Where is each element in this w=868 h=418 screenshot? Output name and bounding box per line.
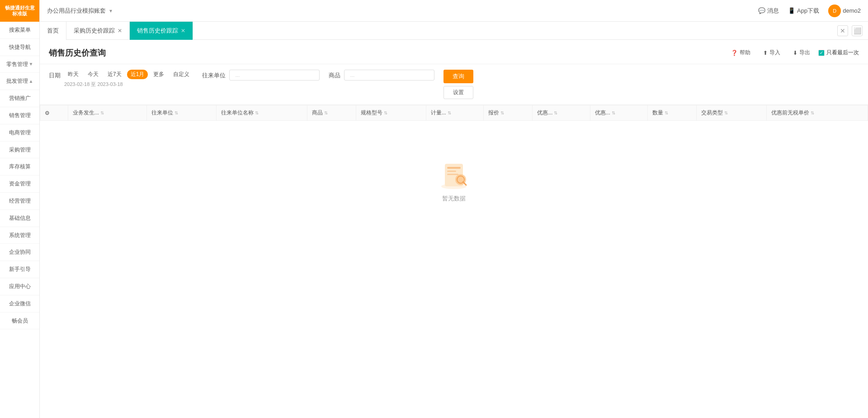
import-label: 导入 xyxy=(769,49,780,57)
message-action[interactable]: 💬 消息 xyxy=(758,7,779,15)
product-label: 商品 xyxy=(329,70,340,80)
date-7days[interactable]: 近7天 xyxy=(104,70,125,79)
product-filter-group: 商品 ... xyxy=(329,70,434,81)
product-input-dots: ... xyxy=(350,72,354,78)
avatar: D xyxy=(828,5,841,17)
sidebar-items-list: 搜索菜单快捷导航零售管理▼批发管理▲营销推广销售管理电商管理采购管理库存核算资金… xyxy=(0,22,39,329)
maximize-button[interactable]: ⬜ xyxy=(852,25,863,36)
sidebar-item-basic-info[interactable]: 基础信息 xyxy=(0,210,39,227)
sort-icon-trade-type[interactable]: ⇅ xyxy=(724,110,728,115)
col-header-spec: 规格型号⇅ xyxy=(356,105,426,121)
filter-settings-button[interactable]: 设置 xyxy=(443,86,473,99)
empty-icon xyxy=(436,157,472,195)
app-download-action[interactable]: 📱 App下载 xyxy=(788,7,819,15)
sidebar-item-marketing[interactable]: 营销推广 xyxy=(0,90,39,107)
col-label-unit: 计量... xyxy=(431,109,446,116)
col-label-partner-code: 往来单位 xyxy=(151,109,173,116)
tab-home[interactable]: 首页 xyxy=(40,22,66,40)
date-yesterday[interactable]: 昨天 xyxy=(64,70,82,79)
partner-filter-group: 往来单位 ... xyxy=(202,70,320,81)
col-label-partner-name: 往来单位名称 xyxy=(221,109,254,116)
export-icon: ⬇ xyxy=(793,50,797,56)
sidebar-item-app-center[interactable]: 应用中心 xyxy=(0,278,39,295)
sort-icon-price[interactable]: ⇅ xyxy=(500,110,504,115)
date-1month[interactable]: 近1月 xyxy=(127,70,148,79)
col-header-pre-tax-price: 优惠前无税单价⇅ xyxy=(766,105,868,121)
sidebar-item-new-guide[interactable]: 新手引导 xyxy=(0,261,39,278)
date-today[interactable]: 今天 xyxy=(84,70,102,79)
message-icon: 💬 xyxy=(758,7,765,14)
data-table: ⚙业务发生...⇅往来单位⇅往来单位名称⇅商品⇅规格型号⇅计量...⇅报价⇅优惠… xyxy=(40,105,868,121)
settings-col-icon[interactable]: ⚙ xyxy=(45,110,50,116)
date-buttons: 昨天 今天 近7天 近1月 更多 自定义 xyxy=(64,70,193,79)
check-last-label: 只看最后一次 xyxy=(826,49,859,57)
sidebar-item-operations-mgmt[interactable]: 经营管理 xyxy=(0,193,39,210)
search-button[interactable]: 查询 xyxy=(443,70,473,83)
help-button[interactable]: ❓ 帮助 xyxy=(726,47,755,58)
sidebar-item-inventory[interactable]: 库存核算 xyxy=(0,158,39,176)
sort-icon-partner-name[interactable]: ⇅ xyxy=(255,110,259,115)
col-label-quantity: 数量 xyxy=(652,109,663,116)
date-more[interactable]: 更多 xyxy=(150,70,168,79)
sidebar-item-ecommerce-mgmt[interactable]: 电商管理 xyxy=(0,124,39,142)
sidebar-item-member[interactable]: 畅会员 xyxy=(0,313,39,330)
sidebar-item-finance-mgmt[interactable]: 资金管理 xyxy=(0,176,39,193)
sidebar-item-enterprise-collab[interactable]: 企业协同 xyxy=(0,244,39,261)
sort-icon-pre-tax-price[interactable]: ⇅ xyxy=(811,110,814,115)
date-custom[interactable]: 自定义 xyxy=(170,70,193,79)
col-header-quantity: 数量⇅ xyxy=(648,105,697,121)
tab-sales-history[interactable]: 销售历史价跟踪 ✕ xyxy=(130,22,193,40)
col-label-price: 报价 xyxy=(488,109,499,116)
col-header-discount: 优惠...⇅ xyxy=(590,105,647,121)
sort-icon-unit[interactable]: ⇅ xyxy=(448,110,451,115)
sidebar-item-wholesale-mgmt[interactable]: 批发管理▲ xyxy=(0,73,39,90)
topbar-title: 办公用品行业模拟账套 xyxy=(47,7,106,15)
topbar-dropdown-icon[interactable]: ▾ xyxy=(109,8,112,14)
check-last-checkbox[interactable] xyxy=(818,50,825,56)
tab-purchase-history[interactable]: 采购历史价跟踪 ✕ xyxy=(66,22,130,40)
filter-area: 日期 昨天 今天 近7天 近1月 更多 自定义 2023-02-18 至 202… xyxy=(40,64,868,105)
sidebar-item-system-mgmt[interactable]: 系统管理 xyxy=(0,227,39,244)
help-icon: ❓ xyxy=(731,50,738,56)
svg-rect-3 xyxy=(447,171,456,172)
svg-rect-2 xyxy=(447,167,461,169)
tab-sales-history-label: 销售历史价跟踪 xyxy=(137,27,178,35)
check-last-option[interactable]: 只看最后一次 xyxy=(818,49,859,57)
col-label-biz-date: 业务发生... xyxy=(73,109,99,116)
sidebar-item-sales-mgmt[interactable]: 销售管理 xyxy=(0,107,39,124)
sort-icon-spec[interactable]: ⇅ xyxy=(384,110,387,115)
toolbar-right: ❓ 帮助 ⬆ 导入 ⬇ 导出 只看最后一次 xyxy=(726,47,859,58)
app-logo[interactable]: 畅捷通好生意 标准版 xyxy=(0,0,39,22)
tab-sales-history-close[interactable]: ✕ xyxy=(181,28,185,34)
user-profile[interactable]: D demo2 xyxy=(828,5,861,17)
sort-icon-quantity[interactable]: ⇅ xyxy=(665,110,668,115)
sort-icon-partner-code[interactable]: ⇅ xyxy=(175,110,178,115)
sort-icon-discount[interactable]: ⇅ xyxy=(612,110,615,115)
table-header-row: ⚙业务发生...⇅往来单位⇅往来单位名称⇅商品⇅规格型号⇅计量...⇅报价⇅优惠… xyxy=(40,105,868,121)
tab-purchase-history-close[interactable]: ✕ xyxy=(118,28,122,34)
sort-icon-biz-date[interactable]: ⇅ xyxy=(100,110,104,115)
sidebar-item-quick-nav[interactable]: 快捷导航 xyxy=(0,39,39,56)
product-input[interactable]: ... xyxy=(344,70,434,81)
sidebar-item-purchase-mgmt[interactable]: 采购管理 xyxy=(0,142,39,159)
sort-icon-product[interactable]: ⇅ xyxy=(324,110,328,115)
sort-icon-discount-rate[interactable]: ⇅ xyxy=(554,110,557,115)
help-label: 帮助 xyxy=(740,49,750,57)
sidebar-item-retail-mgmt[interactable]: 零售管理▼ xyxy=(0,56,39,73)
topbar-left: 办公用品行业模拟账套 ▾ xyxy=(47,7,112,15)
partner-input[interactable]: ... xyxy=(229,70,320,81)
page-content: 销售历史价查询 ❓ 帮助 ⬆ 导入 ⬇ 导出 xyxy=(40,40,868,418)
table-wrapper: ⚙业务发生...⇅往来单位⇅往来单位名称⇅商品⇅规格型号⇅计量...⇅报价⇅优惠… xyxy=(40,105,868,239)
sidebar-item-search-menu[interactable]: 搜索菜单 xyxy=(0,22,39,39)
message-label: 消息 xyxy=(767,7,779,15)
empty-state: 暂无数据 xyxy=(40,121,868,239)
table-container: ⚙业务发生...⇅往来单位⇅往来单位名称⇅商品⇅规格型号⇅计量...⇅报价⇅优惠… xyxy=(40,105,868,121)
import-button[interactable]: ⬆ 导入 xyxy=(759,47,785,58)
close-all-tabs-button[interactable]: ✕ xyxy=(837,25,848,36)
col-header-partner-code: 往来单位⇅ xyxy=(146,105,217,121)
date-range-text: 2023-02-18 至 2023-03-18 xyxy=(64,81,193,88)
export-button[interactable]: ⬇ 导出 xyxy=(788,47,815,58)
col-header-biz-date: 业务发生...⇅ xyxy=(68,105,146,121)
sidebar-item-enterprise-wechat[interactable]: 企业微信 xyxy=(0,295,39,313)
page-title: 销售历史价查询 xyxy=(49,48,106,58)
